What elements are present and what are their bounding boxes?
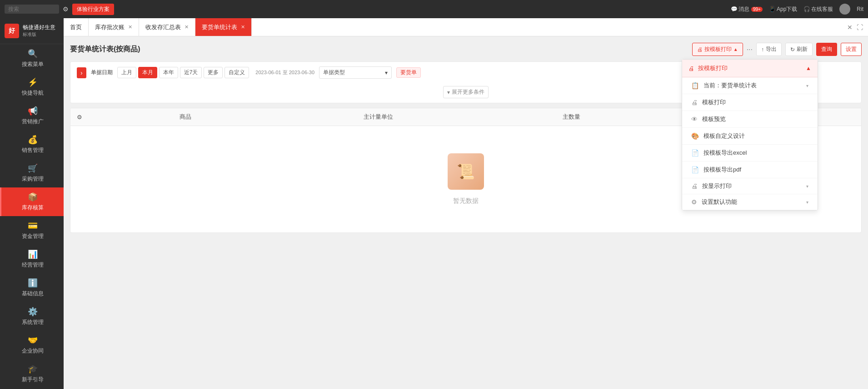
win-close-btn[interactable]: ✕: [846, 24, 853, 31]
tab-receivables[interactable]: 收发存汇总表 ✕: [139, 18, 195, 36]
col-gear[interactable]: ⚙: [70, 114, 89, 121]
tab-home[interactable]: 首页: [64, 18, 89, 36]
date-custom[interactable]: 自定义: [224, 67, 249, 78]
export-label: 导出: [766, 45, 777, 53]
date-prev-month[interactable]: 上月: [117, 67, 136, 78]
industry-btn[interactable]: 体验行业方案: [72, 4, 114, 15]
sidebar-label-inventory: 库存核算: [22, 204, 44, 212]
user-label[interactable]: Rit: [857, 6, 863, 12]
sidebar-item-search-menu[interactable]: 🔍 搜索菜单: [0, 44, 64, 73]
default-func-label: 设置默认功能: [702, 198, 737, 206]
current-label: 当前：要货单统计表: [703, 81, 757, 90]
top-bar: ⚙ 体验行业方案 💬 消息 99+ 📱 App下载 🎧 在线客服 Rit: [0, 0, 868, 18]
template-print-label: 模板打印: [702, 98, 726, 106]
dropdown-collapse-icon[interactable]: ▲: [806, 65, 811, 71]
win-controls: ✕ ⛶: [842, 24, 868, 31]
dp-default-left: ⚙ 设置默认功能: [691, 198, 737, 206]
sidebar-item-basic[interactable]: ℹ️ 基础信息: [0, 273, 64, 302]
print-template-btn[interactable]: 🖨 按模板打印 ▲: [692, 43, 743, 56]
sales-icon: 💰: [28, 135, 38, 145]
date-this-year[interactable]: 本年: [159, 67, 178, 78]
filter-expand-left[interactable]: ›: [77, 67, 86, 78]
sidebar-item-system[interactable]: ⚙️ 系统管理: [0, 302, 64, 331]
sidebar-item-quick-nav[interactable]: ⚡ 快捷导航: [0, 73, 64, 101]
date-last-7[interactable]: 近7天: [180, 67, 202, 78]
sidebar-item-newbie[interactable]: 🎓 新手引导: [0, 359, 64, 388]
page-title: 要货单统计表(按商品): [70, 45, 140, 54]
settings-icon[interactable]: ⚙: [63, 5, 69, 13]
preview-icon: 👁: [691, 116, 698, 123]
dropdown-template-preview[interactable]: 👁 模板预览: [682, 111, 818, 128]
display-print-chevron: ▾: [806, 184, 808, 189]
query-btn[interactable]: 查询: [816, 43, 837, 56]
goods-tag[interactable]: 要货单: [396, 67, 421, 78]
content-area: 首页 库存批次账 ✕ 收发存汇总表 ✕ 要货单统计表 ✕ ✕ ⛶: [64, 18, 868, 389]
sidebar-item-enterprise[interactable]: 🤝 企业协同: [0, 331, 64, 359]
sidebar-label-sales: 销售管理: [22, 147, 44, 154]
dropdown-display-print[interactable]: 🖨 按显示打印 ▾: [682, 178, 818, 194]
sidebar-item-operations[interactable]: 📊 经营管理: [0, 245, 64, 273]
search-input[interactable]: [5, 5, 59, 14]
dropdown-template-print[interactable]: 🖨 模板打印: [682, 94, 818, 111]
sidebar-item-sales[interactable]: 💰 销售管理: [0, 130, 64, 159]
system-icon: ⚙️: [28, 307, 38, 317]
default-func-icon: ⚙: [691, 198, 697, 206]
refresh-label: 刷新: [797, 45, 808, 53]
dropdown-template-design[interactable]: 🎨 模板自定义设计: [682, 128, 818, 145]
tab-inventory-batch[interactable]: 库存批次账 ✕: [89, 18, 139, 36]
purchase-icon: 🛒: [28, 163, 38, 173]
search-menu-icon: 🔍: [28, 49, 38, 59]
type-select-label: 单据类型: [323, 69, 345, 76]
win-expand-btn[interactable]: ⛶: [856, 24, 863, 31]
tab-receivables-close[interactable]: ✕: [185, 24, 189, 30]
dropdown-template-excel[interactable]: 📄 按模板导出excel: [682, 145, 818, 162]
finance-icon: 💳: [28, 221, 38, 231]
export-btn[interactable]: ↑ 导出: [756, 43, 782, 56]
pdf-label: 按模板导出pdf: [703, 166, 741, 174]
sidebar-item-marketing[interactable]: 📢 营销推广: [0, 101, 64, 130]
template-print-icon: 🖨: [691, 99, 698, 106]
query-label: 查询: [821, 45, 832, 53]
tab-inventory-batch-close[interactable]: ✕: [128, 24, 132, 30]
print-icon: 🖨: [697, 46, 703, 53]
marketing-icon: 📢: [28, 106, 38, 116]
print-dropdown: 🖨 按模板打印 ▲ 📋 当前：要货单统计表 ▾ 🖨: [682, 59, 818, 211]
dropdown-default-func[interactable]: ⚙ 设置默认功能 ▾: [682, 194, 818, 210]
message-item[interactable]: 💬 消息 99+: [731, 5, 763, 13]
type-select-chevron: ▾: [385, 70, 388, 76]
date-more[interactable]: 更多: [204, 67, 223, 78]
ellipsis-icon[interactable]: ···: [747, 45, 753, 54]
user-avatar[interactable]: [839, 4, 850, 15]
sidebar-label-enterprise: 企业协同: [22, 347, 44, 355]
online-service-item[interactable]: 🎧 在线客服: [803, 5, 833, 13]
sidebar-item-purchase[interactable]: 🛒 采购管理: [0, 159, 64, 187]
main-layout: 好 畅捷通好生意 标准版 🔍 搜索菜单 ⚡ 快捷导航 📢 营销推广 💰 销售管理…: [0, 18, 868, 389]
headset-icon: 🎧: [803, 6, 810, 12]
date-this-month[interactable]: 本月: [138, 67, 157, 78]
dropdown-current-left: 📋 当前：要货单统计表: [691, 81, 757, 90]
expand-more-btn[interactable]: ▾ 展开更多条件: [443, 86, 489, 98]
app-download-item[interactable]: 📱 App下载: [769, 5, 797, 13]
sidebar-item-inventory[interactable]: 📦 库存核算: [0, 187, 64, 216]
dropdown-header-left: 🖨 按模板打印: [688, 64, 728, 72]
settings-action-btn[interactable]: 设置: [841, 43, 862, 56]
basic-icon: ℹ️: [28, 278, 38, 288]
dropdown-current[interactable]: 📋 当前：要货单统计表 ▾: [682, 77, 818, 94]
tab-order-stats[interactable]: 要货单统计表 ✕: [195, 18, 252, 36]
print-dropdown-icon: 🖨: [688, 65, 694, 72]
export-icon: ↑: [761, 46, 764, 53]
date-buttons: 上月 本月 本年 近7天 更多 自定义: [117, 67, 249, 78]
dp-pdf-left: 📄 按模板导出pdf: [691, 166, 741, 174]
refresh-btn[interactable]: ↻ 刷新: [785, 43, 813, 56]
quick-nav-icon: ⚡: [28, 77, 38, 87]
settings-action-label: 设置: [846, 45, 857, 53]
dp-design-left: 🎨 模板自定义设计: [691, 132, 745, 140]
newbie-icon: 🎓: [28, 364, 38, 374]
dropdown-template-pdf[interactable]: 📄 按模板导出pdf: [682, 162, 818, 178]
display-print-icon: 🖨: [691, 182, 698, 190]
expand-chevron-icon: ▾: [447, 89, 450, 96]
type-select[interactable]: 单据类型 ▾: [319, 66, 392, 79]
app-download-label: App下载: [777, 5, 797, 13]
sidebar-item-finance[interactable]: 💳 资金管理: [0, 216, 64, 245]
tab-order-stats-close[interactable]: ✕: [241, 24, 245, 30]
